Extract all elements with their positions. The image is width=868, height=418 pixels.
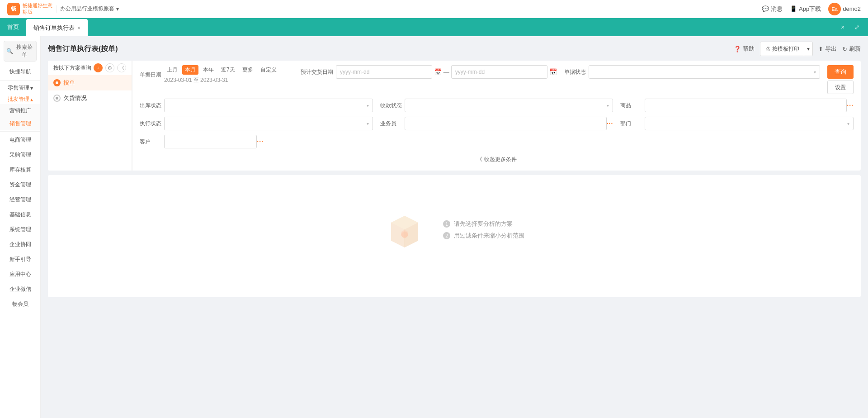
print-dropdown-button[interactable]: ▾ [804,42,812,56]
date-custom-btn[interactable]: 自定义 [258,65,279,75]
expected-date-start-input[interactable] [336,65,432,79]
expected-date-end-input[interactable] [451,65,547,79]
help-button[interactable]: ❓ 帮助 [734,45,755,53]
sidebar-item-sales[interactable]: 销售管理 [0,117,40,130]
sidebar-item-inventory[interactable]: 库存核算 [0,162,40,177]
results-area: 1 请先选择要分析的方案 2 用过滤条件来缩小分析范围 [48,175,861,297]
exec-status-select[interactable]: ▾ [164,117,373,130]
salesperson-more-button[interactable]: ··· [607,120,613,127]
dept-select[interactable]: ▾ [645,117,854,130]
collection-status-select[interactable]: ▾ [405,99,613,112]
logo-area: 畅 畅捷通好生意 标版 [7,3,52,15]
sidebar-item-system[interactable]: 系统管理 [0,222,40,237]
tab-bar: 首页 销售订单执行表 × × ⤢ [0,18,868,36]
status-select-arrow: ▾ [814,70,816,75]
date-prev-month-btn[interactable]: 上月 [164,65,180,75]
sidebar-item-enterprise[interactable]: 企业协同 [0,237,40,252]
date-this-year-btn[interactable]: 本年 [200,65,217,75]
customer-input[interactable] [164,135,257,148]
logo-text: 畅捷通好生意 标版 [23,3,52,14]
out-status-arrow: ▾ [367,103,369,108]
collection-status-group: 收款状态 ▾ [380,99,613,112]
sidebar-item-basic[interactable]: 基础信息 [0,207,40,222]
tab-bar-right: × ⤢ [837,22,868,33]
row4-filters: 客户 ··· [140,135,854,148]
sidebar-item-label: 零售管理 [8,84,29,92]
window-close-button[interactable]: × [837,22,848,33]
date-more-btn[interactable]: 更多 [240,65,256,75]
date-quick-buttons: 上月 本月 本年 近7天 更多 自定义 [164,65,279,75]
breadcrumb[interactable]: 办公用品行业模拟账套 ▾ [60,5,119,13]
sidebar-search-button[interactable]: 🔍 搜索菜单 [4,41,37,62]
goods-more-button[interactable]: ··· [847,102,854,109]
status-select[interactable]: ▾ [589,65,821,79]
print-button[interactable]: 🖨 按模板打印 [760,42,804,56]
phone-icon: 📱 [790,5,797,12]
scheme-item-arrears[interactable]: 欠货情况 [48,90,132,106]
export-icon: ⬆ [818,46,823,52]
settings-button[interactable]: 设置 [827,81,854,94]
query-button[interactable]: 查询 [827,65,854,79]
scheme-collapse-button[interactable]: 《 [117,63,126,72]
date-last7-btn[interactable]: 近7天 [218,65,238,75]
sidebar-item-appstore[interactable]: 应用中心 [0,267,40,282]
sidebar-item-ecommerce[interactable]: 电商管理 [0,133,40,147]
scheme-header: 按以下方案查询 + ⚙ 《 [48,61,132,75]
row3-filters: 执行状态 ▾ 业务员 [140,117,854,130]
header-divider [56,5,57,13]
empty-state-tips: 1 请先选择要分析的方案 2 用过滤条件来缩小分析范围 [443,220,524,243]
empty-tip-1: 1 请先选择要分析的方案 [443,220,524,228]
dept-select-arrow: ▾ [847,121,849,126]
scheme-settings-button[interactable]: ⚙ [105,63,114,72]
tab-home[interactable]: 首页 [0,18,26,36]
sidebar-item-purchase[interactable]: 采购管理 [0,147,40,162]
goods-input[interactable] [645,99,847,112]
sidebar-item-member[interactable]: 畅会员 [0,297,40,312]
action-buttons: 查询 设置 [827,65,854,94]
sidebar-item-label: 批发管理 [8,95,29,103]
customer-more-button[interactable]: ··· [257,138,264,145]
refresh-button[interactable]: ↻ 刷新 [842,45,861,53]
message-button[interactable]: 💬 消息 [762,5,783,13]
scheme-item-sales-order[interactable]: 按单 [48,75,132,90]
tab-sales-order[interactable]: 销售订单执行表 × [26,19,88,37]
empty-state-content: 1 请先选择要分析的方案 2 用过滤条件来缩小分析范围 [384,211,524,252]
top-bar: 畅 畅捷通好生意 标版 办公用品行业模拟账套 ▾ 💬 消息 📱 App下载 [0,0,868,18]
sidebar-item-wholesale[interactable]: 批发管理 ▴ [0,93,40,104]
collection-status-arrow: ▾ [607,103,609,108]
scheme-panel: 按以下方案查询 + ⚙ 《 按单 [48,61,132,171]
exec-status-group: 执行状态 ▾ [140,117,373,130]
sidebar-item-finance[interactable]: 资金管理 [0,177,40,192]
scheme-item-icon-2 [53,95,61,102]
goods-group: 商品 ··· [620,99,854,112]
customer-group: 客户 ··· [140,135,264,148]
customer-input-area: ··· [164,135,264,148]
tab-close-icon[interactable]: × [77,25,80,31]
date-field-group: 单据日期 上月 本月 本年 近7天 更多 自定义 [140,65,293,84]
top-bar-left: 畅 畅捷通好生意 标版 办公用品行业模拟账套 ▾ [7,3,119,15]
collapse-icon: 《 [477,156,482,163]
print-button-group: 🖨 按模板打印 ▾ [760,42,813,56]
empty-tip-2: 2 用过滤条件来缩小分析范围 [443,232,524,240]
sidebar-item-marketing[interactable]: 营销推广 [0,104,40,117]
expected-date-range: 📅 — 📅 [336,65,557,79]
sidebar-item-operations[interactable]: 经营管理 [0,192,40,207]
sidebar-item-newbie[interactable]: 新手引导 [0,252,40,267]
print-icon: 🖨 [765,46,770,52]
sidebar-item-wechat[interactable]: 企业微信 [0,282,40,297]
sidebar-search-area: 🔍 搜索菜单 [0,36,40,64]
app-download-button[interactable]: 📱 App下载 [790,5,821,13]
export-button[interactable]: ⬆ 导出 [818,45,837,53]
sidebar-item-quicknav[interactable]: 快捷导航 [0,64,40,79]
empty-state-illustration [384,211,425,252]
salesperson-input[interactable] [405,117,607,130]
window-maximize-button[interactable]: ⤢ [852,22,863,33]
row2-filters: 出库状态 ▾ 收款状态 [140,99,854,112]
out-status-select[interactable]: ▾ [164,99,373,112]
sidebar-divider-1 [0,80,40,81]
scheme-add-button[interactable]: + [94,63,103,72]
sidebar-item-retail[interactable]: 零售管理 ▾ [0,81,40,93]
collapse-filter-button[interactable]: 《 收起更多条件 [140,153,854,166]
user-profile[interactable]: Ea demo2 [828,3,861,15]
date-this-month-btn[interactable]: 本月 [182,65,198,75]
